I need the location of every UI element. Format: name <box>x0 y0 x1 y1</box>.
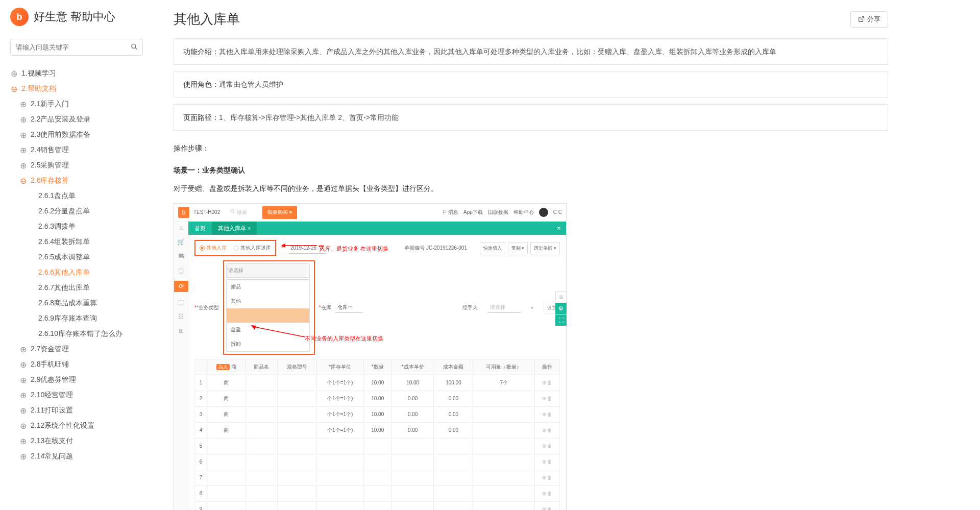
ss-tab-current[interactable]: 其他入库单 × <box>212 222 257 235</box>
nav-item[interactable]: 2.6.6其他入库单 <box>10 265 143 280</box>
ss-table-row-empty[interactable]: 8⊕ 🗑 <box>195 486 560 502</box>
ss-type-label: **业务类型 <box>194 303 219 313</box>
ss-nav-icon-home[interactable]: ⌂ <box>177 224 185 232</box>
ss-warehouse-label: *仓库 <box>319 303 331 313</box>
ss-topbar-link[interactable]: 帮助中心 <box>513 207 534 217</box>
ss-table-row[interactable]: 2商个1个=1个)10.000.000.00⊕ 🗑 <box>195 391 560 407</box>
plus-icon: ⊕ <box>19 453 27 460</box>
row-actions[interactable]: ⊕ 🗑 <box>538 489 556 499</box>
ss-table-row-empty[interactable]: 7⊕ 🗑 <box>195 470 560 486</box>
ss-float-link-icon[interactable]: ⚙ <box>555 303 567 314</box>
plus-icon: ⊕ <box>19 116 27 123</box>
ss-tabs-close-icon[interactable]: × <box>552 221 566 235</box>
info-label: 功能介绍： <box>183 47 219 56</box>
ss-table-row[interactable]: 3商个1个=1个)10.000.000.00⊕ 🗑 <box>195 407 560 423</box>
ss-buy-button[interactable]: 我要购买 ▾ <box>262 206 297 219</box>
ss-radio-in[interactable]: 其他入库 <box>200 243 227 253</box>
nav-item[interactable]: 2.6.3调拨单 <box>10 219 143 234</box>
nav-item[interactable]: ⊖2.帮助文档 <box>10 81 143 96</box>
nav-item[interactable]: ⊕1.视频学习 <box>10 66 143 81</box>
ss-table-row-empty[interactable]: 5⊕ 🗑 <box>195 439 560 454</box>
ss-radio-return[interactable]: 其他入库退库 <box>234 243 271 253</box>
row-actions[interactable]: ⊕ 🗑 <box>538 473 556 483</box>
share-button[interactable]: 分享 <box>850 11 888 28</box>
nav-label: 2.帮助文档 <box>21 84 56 93</box>
ss-float-buttons: ⧈ ⚙ ⛶ <box>555 291 567 326</box>
nav-item[interactable]: 2.6.8商品成本重算 <box>10 296 143 311</box>
nav-item[interactable]: ⊕2.14常见问题 <box>10 449 143 464</box>
ss-topbar-link[interactable]: 旧版数据 <box>488 207 508 217</box>
ss-caret-icon[interactable]: ▾ <box>531 303 533 313</box>
ss-table-row-empty[interactable]: 6⊕ 🗑 <box>195 454 560 470</box>
ss-dropdown-item[interactable]: 其他 <box>227 294 309 308</box>
ss-warehouse-input[interactable]: 仓库一 <box>335 302 363 313</box>
nav-item[interactable]: ⊕2.13在线支付 <box>10 433 143 449</box>
ss-dropdown-item[interactable] <box>227 308 309 323</box>
row-actions[interactable]: ⊕ 🗑 <box>538 409 556 420</box>
nav-item[interactable]: 2.6.1盘点单 <box>10 188 143 204</box>
nav-item[interactable]: 2.6.4组装拆卸单 <box>10 234 143 250</box>
nav-item[interactable]: ⊕2.9优惠券管理 <box>10 372 143 387</box>
nav-item[interactable]: ⊕2.5采购管理 <box>10 158 143 173</box>
plus-icon: ⊕ <box>10 70 17 77</box>
nav-item[interactable]: ⊕2.7资金管理 <box>10 342 143 357</box>
nav-list: ⊕1.视频学习⊖2.帮助文档⊕2.1新手入门⊕2.2产品安装及登录⊕2.3使用前… <box>10 66 143 464</box>
row-actions[interactable]: ⊕ 🗑 <box>538 394 556 404</box>
nav-item[interactable]: 2.6.10库存账本错了怎么办 <box>10 326 143 342</box>
row-actions[interactable]: ⊕ 🗑 <box>538 425 556 435</box>
ss-topbar-link[interactable]: ⚐ 消息 <box>442 207 458 217</box>
ss-type-dropdown[interactable]: 请选择 赠品其他 盘盈拆卸 <box>223 260 315 355</box>
nav-item[interactable]: ⊕2.8手机旺铺 <box>10 357 143 372</box>
nav-item[interactable]: ⊕2.1新手入门 <box>10 96 143 112</box>
ss-table-row-empty[interactable]: 9⊕ 🗑 <box>195 502 560 510</box>
sidebar: b 好生意 帮助中心 ⊕1.视频学习⊖2.帮助文档⊕2.1新手入门⊕2.2产品安… <box>0 0 153 510</box>
ss-table-row[interactable]: 1商个1个=1个)10.0010.00100.007个⊕ 🗑 <box>195 375 560 391</box>
ss-nav-icon-more[interactable]: ⊞ <box>177 327 185 335</box>
ss-nav-icon-box[interactable]: ▢ <box>177 266 185 275</box>
plus-icon: ⊕ <box>19 376 27 383</box>
search-icon[interactable] <box>131 43 138 52</box>
ss-nav-icon-active[interactable]: ⟳ <box>174 281 188 292</box>
row-actions[interactable]: ⊕ 🗑 <box>538 504 556 510</box>
ss-tab-home[interactable]: 首页 <box>188 222 212 235</box>
ss-dropdown-item[interactable]: 赠品 <box>227 280 309 294</box>
row-actions[interactable]: ⊕ 🗑 <box>538 441 556 451</box>
info-text: 其他入库单用来处理除采购入库、产成品入库之外的其他入库业务，因此其他入库单可处理… <box>219 47 776 56</box>
ss-nav-icon-chart[interactable]: ☷ <box>177 312 185 321</box>
ss-table-row[interactable]: 4商个1个=1个)10.000.000.00⊕ 🗑 <box>195 423 560 439</box>
nav-item[interactable]: 2.6.9库存账本查询 <box>10 311 143 326</box>
ss-tool-button[interactable]: 复制 ▾ <box>508 242 528 254</box>
nav-item[interactable]: ⊕2.4销售管理 <box>10 142 143 158</box>
nav-item[interactable]: 2.6.7其他出库单 <box>10 280 143 296</box>
ss-nav-icon-cart[interactable]: 🛒 <box>177 238 185 246</box>
ss-handler-input[interactable]: 请选择 <box>488 302 521 313</box>
ss-nav-icon-truck[interactable]: ⛟ <box>177 252 185 260</box>
row-actions[interactable]: ⊕ 🗑 <box>538 457 556 467</box>
nav-item[interactable]: 2.6.5成本调整单 <box>10 250 143 265</box>
search-input[interactable] <box>10 39 143 56</box>
ss-avatar-icon[interactable] <box>539 208 548 217</box>
ss-search-input[interactable]: 搜索 <box>230 207 247 217</box>
nav-label: 2.3使用前数据准备 <box>31 130 90 139</box>
nav-item[interactable]: ⊕2.3使用前数据准备 <box>10 127 143 142</box>
nav-item[interactable]: ⊖2.6库存核算 <box>10 173 143 188</box>
nav-label: 2.6.1盘点单 <box>38 191 76 201</box>
nav-item[interactable]: 2.6.2分量盘点单 <box>10 204 143 219</box>
info-box: 功能介绍：其他入库单用来处理除采购入库、产成品入库之外的其他入库业务，因此其他入… <box>174 38 888 65</box>
nav-item[interactable]: ⊕2.2产品安装及登录 <box>10 112 143 127</box>
row-actions[interactable]: ⊕ 🗑 <box>538 378 556 388</box>
ss-float-expand-icon[interactable]: ⛶ <box>555 314 567 326</box>
ss-float-scan-icon[interactable]: ⧈ <box>555 291 567 302</box>
ss-tool-button[interactable]: 快速填入 <box>480 242 505 254</box>
minus-icon: ⊖ <box>10 85 17 92</box>
annotation-arrow-1 <box>281 242 317 250</box>
main-header: 其他入库单 分享 <box>174 10 888 28</box>
nav-item[interactable]: ⊕2.12系统个性化设置 <box>10 418 143 433</box>
ss-topbar-link[interactable]: C C <box>553 207 562 217</box>
nav-item[interactable]: ⊕2.10经营管理 <box>10 387 143 403</box>
ss-nav-icon-wallet[interactable]: ⬚ <box>177 298 185 306</box>
ss-topbar-link[interactable]: App下载 <box>463 207 483 217</box>
nav-item[interactable]: ⊕2.11打印设置 <box>10 403 143 418</box>
ss-tool-button[interactable]: 历史单据 ▾ <box>530 242 560 254</box>
plus-icon: ⊕ <box>19 346 27 353</box>
